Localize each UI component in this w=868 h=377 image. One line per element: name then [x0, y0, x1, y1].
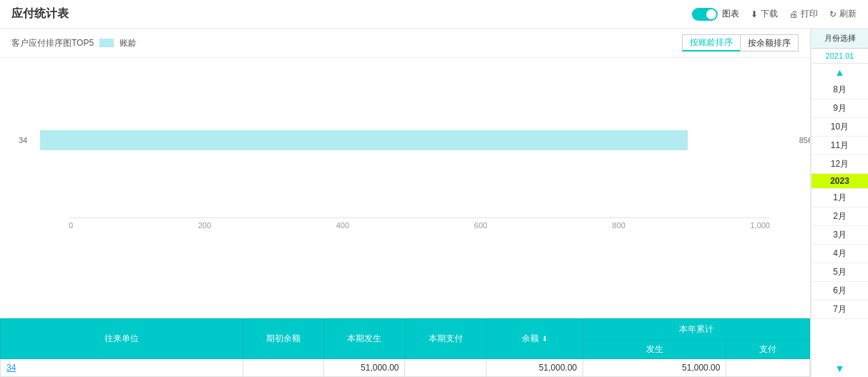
col-header-ytd-occur: 发生	[583, 341, 726, 359]
sidebar-item[interactable]: 9月	[811, 99, 868, 118]
chart-toggle-switch[interactable]	[692, 8, 718, 21]
cell-current-occur: 51,000.00	[324, 359, 405, 377]
download-icon: ⬇	[751, 9, 758, 19]
sidebar-item[interactable]: 4月	[811, 245, 868, 263]
sidebar: 月份选择 2021.01 ▲ 8月9月10月11月12月20231月2月3月4月…	[811, 29, 868, 377]
sidebar-item[interactable]: 2月	[811, 207, 868, 226]
chart-top-bar: 客户应付排序图TOP5 账龄 按账龄排序 按余额排序	[0, 29, 810, 58]
chart-toggle-label: 图表	[722, 8, 739, 20]
col-header-balance: 余额 ⬇	[486, 319, 583, 359]
cell-ytd-occur: 51,000.00	[583, 359, 726, 377]
x-axis-label: 400	[336, 221, 349, 230]
bar-left-label: 34	[19, 136, 27, 145]
sidebar-item[interactable]: 12月	[811, 155, 868, 174]
chart-canvas: 34 856天 02004006008001,000	[11, 65, 799, 251]
unit-link[interactable]: 34	[6, 363, 16, 373]
legend-box-label: 账龄	[120, 37, 137, 49]
table-row: 3451,000.0051,000.0051,000.00	[1, 359, 810, 377]
balance-sort-icon: ⬇	[542, 335, 547, 343]
chart-toggle-group[interactable]: 图表	[692, 8, 739, 21]
cell-balance: 51,000.00	[486, 359, 583, 377]
sidebar-scroll[interactable]: 8月9月10月11月12月20231月2月3月4月5月6月7月	[811, 81, 868, 360]
cell-period-balance	[243, 359, 324, 377]
refresh-button[interactable]: ↻ 刷新	[829, 8, 857, 20]
data-table: 往来单位 期初余额 本期发生 本期支付 余额 ⬇ 本年累计 发生	[0, 318, 810, 377]
col-header-ytd: 本年累计	[583, 319, 810, 341]
col-header-current-occur: 本期发生	[324, 319, 405, 359]
sidebar-item[interactable]: 8月	[811, 81, 868, 99]
legend-label: 客户应付排序图TOP5	[11, 37, 94, 49]
legend-box	[99, 39, 114, 47]
sidebar-item[interactable]: 3月	[811, 226, 868, 245]
refresh-icon: ↻	[829, 9, 837, 19]
header-actions: 图表 ⬇ 下载 🖨 打印 ↻ 刷新	[692, 8, 857, 21]
chart-area: 34 856天 02004006008001,000	[0, 58, 810, 318]
chart-bar	[40, 130, 688, 150]
cell-unit: 34	[1, 359, 243, 377]
sidebar-item[interactable]: 5月	[811, 263, 868, 282]
x-axis-label: 0	[69, 221, 73, 230]
x-axis-label: 1,000	[750, 221, 770, 230]
x-axis-label: 600	[474, 221, 487, 230]
cell-ytd-pay	[726, 359, 810, 377]
sidebar-item[interactable]: 2023	[811, 174, 868, 189]
print-button[interactable]: 🖨 打印	[789, 8, 818, 20]
cell-current-pay	[405, 359, 486, 377]
sidebar-up-button[interactable]: ▲	[811, 64, 868, 81]
print-icon: 🖨	[789, 9, 798, 19]
table-section: 往来单位 期初余额 本期发生 本期支付 余额 ⬇ 本年累计 发生	[0, 318, 810, 377]
col-header-period-balance: 期初余额	[243, 319, 324, 359]
sort-by-amount-button[interactable]: 按余额排序	[740, 34, 799, 52]
chart-bar-area: 34 856天 02004006008001,000	[40, 72, 784, 230]
x-axis-label: 800	[613, 221, 625, 230]
sort-by-balance-button[interactable]: 按账龄排序	[682, 34, 740, 52]
page-title: 应付统计表	[11, 6, 69, 21]
col-header-current-pay: 本期支付	[405, 319, 486, 359]
x-axis: 02004006008001,000	[69, 217, 770, 230]
bar-right-label: 856天	[799, 135, 810, 146]
sidebar-item[interactable]: 6月	[811, 282, 868, 300]
x-axis-label: 200	[198, 221, 211, 230]
sidebar-item[interactable]: 11月	[811, 137, 868, 155]
download-button[interactable]: ⬇ 下载	[751, 8, 778, 20]
col-header-ytd-pay: 支付	[726, 341, 810, 359]
sidebar-current-date[interactable]: 2021.01	[811, 49, 868, 64]
sidebar-header: 月份选择	[811, 29, 868, 49]
chart-legend: 客户应付排序图TOP5 账龄	[11, 37, 137, 49]
sidebar-item[interactable]: 10月	[811, 118, 868, 137]
sidebar-item[interactable]: 7月	[811, 300, 868, 319]
col-header-unit: 往来单位	[1, 319, 243, 359]
sidebar-down-button[interactable]: ▼	[811, 360, 868, 377]
sidebar-item[interactable]: 1月	[811, 189, 868, 207]
sort-buttons: 按账龄排序 按余额排序	[682, 34, 799, 52]
